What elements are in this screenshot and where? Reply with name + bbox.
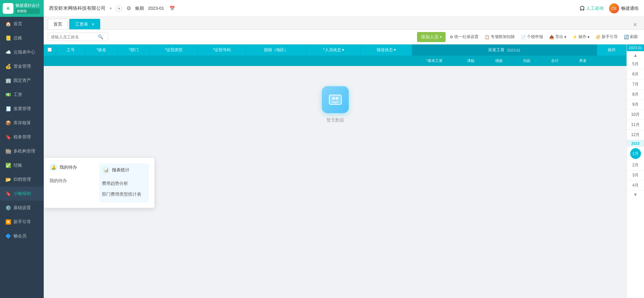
date-panel-header: 2023.01: [627, 44, 644, 51]
sidebar-icon-invoice: 🧾: [5, 106, 11, 111]
th-name: *姓名: [85, 44, 117, 56]
popup-menu: 🔔 我的待办 我的待办 📊 报表统计 费用趋势分析 部门费用类型统计表: [44, 158, 155, 208]
date-item-8[interactable]: 8月: [627, 90, 644, 100]
th-bonus: 绩效: [485, 56, 513, 66]
service-button[interactable]: 🎧 人工咨询: [579, 5, 604, 11]
user-button[interactable]: CE 畅捷通组: [609, 3, 639, 13]
popup-report-item-2[interactable]: 部门费用类型统计表: [102, 189, 146, 200]
refresh-button[interactable]: 🔄 刷新: [622, 33, 640, 41]
popup-todo-title: 我的待办: [60, 164, 77, 170]
sidebar-icon-vip: 🔷: [5, 233, 11, 239]
social-security-icon: ⚙: [450, 35, 453, 39]
popup-report-header: 📊 报表统计: [102, 166, 146, 174]
add-person-button[interactable]: 添加人员 ▾: [417, 32, 446, 42]
sidebar-label-multi-org: 多机构管理: [13, 148, 35, 154]
date-item-7[interactable]: 7月: [627, 79, 644, 90]
date-item-1[interactable]: 1月: [630, 148, 641, 159]
date-up-icon[interactable]: ▲: [627, 51, 644, 59]
sidebar-item-xiao-chang-xiao[interactable]: 🔖小畅报销: [0, 187, 44, 201]
th-salary-group: 应发工资 2023.01: [412, 44, 597, 56]
popup-section-todo: 🔔 我的待办 我的待办: [49, 163, 94, 202]
settings-icon[interactable]: ⚙: [126, 5, 131, 11]
sidebar-item-multi-org[interactable]: 🏬多机构管理: [0, 144, 44, 158]
sidebar-item-new-guide[interactable]: ▶️新手引导: [0, 215, 44, 229]
export-button[interactable]: 📤 导出 ▾: [547, 33, 568, 41]
sidebar-item-settlement[interactable]: ✅结账: [0, 158, 44, 172]
export-icon: 📤: [549, 35, 554, 39]
sidebar: 会 畅捷通好会计 旗舰版 🏠首页📒总账☁️云报表中心💰资金管理🏢固定资产💵工资🧾…: [0, 0, 44, 298]
tax-return-icon: 📄: [521, 35, 526, 39]
date-item-2[interactable]: 2月: [627, 160, 644, 170]
social-security-button[interactable]: ⚙ 统一社保设置: [448, 33, 481, 41]
sidebar-item-fund[interactable]: 💰资金管理: [0, 59, 44, 73]
sidebar-label-ledger: 总账: [13, 35, 22, 41]
th-total: 合计: [541, 56, 569, 66]
new-guide-button[interactable]: 🧭 新手引导: [594, 33, 620, 41]
toolbar-right: 添加人员 ▾ ⚙ 统一社保设置 📋 专项附加扣除 📄 个税申报 📤 导: [417, 32, 640, 42]
logo-sub: 旗舰版: [15, 8, 40, 14]
date-item-5[interactable]: 5月: [627, 59, 644, 69]
close-all-tabs-icon[interactable]: ✕: [630, 20, 640, 29]
popup-report-item-1[interactable]: 费用趋势分析: [102, 178, 146, 189]
tab-close-icon[interactable]: ✕: [91, 22, 94, 26]
sidebar-item-cloud-report[interactable]: ☁️云报表中心: [0, 45, 44, 59]
date-down-icon[interactable]: ▼: [627, 191, 644, 199]
sidebar-item-ledger[interactable]: 📒总账: [0, 31, 44, 45]
date-item-9[interactable]: 9月: [627, 100, 644, 110]
date-year-2023: 2023: [627, 140, 644, 147]
avatar: CE: [609, 3, 619, 13]
sidebar-icon-salary: 💵: [5, 92, 11, 97]
date-item-3[interactable]: 3月: [627, 170, 644, 180]
content-area: 🔍 添加人员 ▾ ⚙ 统一社保设置 📋 专项附加扣除 📄 个税申报: [44, 30, 644, 298]
popup-todo-item[interactable]: 我的待办: [49, 175, 94, 186]
sidebar-icon-new-guide: ▶️: [5, 219, 11, 225]
sidebar-item-fixed-assets[interactable]: 🏢固定资产: [0, 73, 44, 88]
sidebar-icon-tax: 🔖: [5, 134, 11, 140]
company-dropdown-icon[interactable]: ▾: [110, 6, 112, 11]
special-deduct-button[interactable]: 📋 专项附加扣除: [483, 33, 517, 41]
th-report-status: 报送状态 ▾: [361, 44, 412, 56]
sidebar-item-basic-settings[interactable]: ⚙️基础设置: [0, 201, 44, 215]
sidebar-item-invoice[interactable]: 🧾发票管理: [0, 102, 44, 116]
date-item-12[interactable]: 12月: [627, 130, 644, 140]
add-company-button[interactable]: +: [116, 5, 122, 12]
date-item-11[interactable]: 11月: [627, 120, 644, 130]
sidebar-label-new-guide: 新手引导: [13, 219, 31, 225]
date-item-6[interactable]: 6月: [627, 69, 644, 79]
calendar-icon[interactable]: 📅: [169, 6, 175, 11]
th-pension: 养老: [569, 56, 597, 66]
operate-arrow-icon: ▾: [588, 35, 590, 39]
th-checkbox[interactable]: [44, 44, 56, 56]
sidebar-label-vip: 畅会员: [13, 233, 27, 239]
th-operation: 操作: [597, 44, 626, 56]
period-label: 账期: [135, 5, 144, 11]
sidebar-item-inventory[interactable]: 📦库存核算: [0, 116, 44, 130]
sidebar-label-basic-settings: 基础设置: [13, 205, 31, 211]
payroll-table: 工号 *姓名 *部门 *证照类型 *证照号码 国籍（地区） *人员状态 ▾ 报送…: [44, 44, 627, 66]
th-id-no: *证照号码: [198, 44, 246, 56]
sidebar-label-cloud-report: 云报表中心: [13, 49, 35, 55]
select-all-checkbox[interactable]: [47, 47, 52, 52]
th-basic-salary: *基本工资: [412, 56, 457, 66]
date-item-4[interactable]: 4月: [627, 180, 644, 191]
popup-report-icon: 📊: [102, 166, 110, 174]
tax-return-button[interactable]: 📄 个税申报: [519, 33, 545, 41]
topbar-right: 🎧 人工咨询 CE 畅捷通组: [579, 3, 639, 13]
topbar: 西安虾米网络科技有限公司 ▾ + ⚙ 账期 2023-01 📅 🎧 人工咨询 C…: [44, 0, 644, 17]
date-item-10[interactable]: 10月: [627, 110, 644, 120]
tab-home[interactable]: 首页: [48, 19, 68, 29]
headset-icon: 🎧: [579, 6, 585, 11]
search-input[interactable]: [51, 35, 98, 39]
search-box[interactable]: 🔍: [48, 33, 108, 41]
sidebar-item-vip[interactable]: 🔷畅会员: [0, 229, 44, 243]
popup-todo-icon: 🔔: [49, 163, 58, 171]
popup-todo-header: 🔔 我的待办: [49, 163, 94, 171]
operate-button[interactable]: ⚡ 操作 ▾: [570, 33, 592, 41]
sidebar-item-archive[interactable]: 📂归档管理: [0, 172, 44, 187]
logo-text-block: 畅捷通好会计 旗舰版: [15, 3, 40, 14]
sidebar-item-salary[interactable]: 💵工资: [0, 88, 44, 102]
sidebar-item-tax[interactable]: 🔖税务管理: [0, 130, 44, 144]
sidebar-item-home[interactable]: 🏠首页: [0, 17, 44, 31]
tab-payroll[interactable]: 工资表 ✕: [69, 19, 100, 29]
empty-text: 暂无数据: [327, 117, 344, 123]
